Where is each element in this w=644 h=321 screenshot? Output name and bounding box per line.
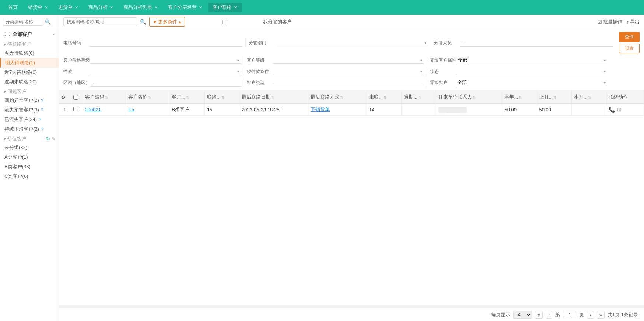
table-header-row: ⚙ 客户编码 ⇅ 客户名称 bbox=[59, 91, 644, 104]
sort-icon: ⇅ bbox=[384, 95, 386, 99]
filter-customer-level-select[interactable]: ▾ bbox=[273, 57, 424, 64]
search-icon[interactable]: 🔍 bbox=[45, 19, 51, 25]
col-this-year[interactable]: 本年... ⇅ bbox=[502, 91, 537, 104]
sidebar-item-today-pending[interactable]: 今天待联络(0) bbox=[0, 48, 59, 58]
qr-icon[interactable]: ⊞ bbox=[617, 107, 622, 113]
phone-icon[interactable]: 📞 bbox=[609, 107, 615, 113]
search-icon[interactable]: 🔍 bbox=[140, 19, 146, 25]
nav-product-analysis-list[interactable]: 商品分析列表 ✕ bbox=[119, 3, 162, 12]
export-button[interactable]: ↑ 导出 bbox=[627, 18, 640, 25]
close-icon[interactable]: ✕ bbox=[75, 5, 78, 10]
my-customers-checkbox-label[interactable]: 我分管的客户 bbox=[188, 18, 292, 25]
chevron-down-icon: ▾ bbox=[237, 69, 239, 73]
page-size-select[interactable]: 50 100 200 bbox=[513, 311, 532, 319]
more-conditions-button[interactable]: ▼ 更多条件 ▲ bbox=[149, 17, 185, 27]
chevron-down-icon: ▾ bbox=[420, 58, 422, 62]
col-last-contact-method[interactable]: 最后联络方式 ⇅ bbox=[308, 91, 367, 104]
filter-divider bbox=[244, 67, 244, 76]
col-no-contact-days[interactable]: 未联... ⇅ bbox=[367, 91, 402, 104]
chevron-down-icon: ▾ bbox=[420, 69, 422, 73]
nav-home[interactable]: 首页 bbox=[4, 3, 22, 12]
filter-nature-select[interactable]: ▾ bbox=[89, 68, 241, 75]
prev-page-button[interactable]: ‹ bbox=[546, 311, 552, 319]
filter-divider bbox=[427, 56, 427, 65]
col-customer-code[interactable]: 客户编码 ⇅ bbox=[83, 91, 126, 104]
col-customer-type[interactable]: 客户... ⇅ bbox=[169, 91, 204, 104]
last-page-button[interactable]: » bbox=[597, 311, 605, 319]
close-icon[interactable]: ✕ bbox=[199, 5, 202, 10]
refresh-icon[interactable]: ↻ bbox=[46, 136, 50, 142]
filter-price-level-select[interactable]: ▾ bbox=[90, 57, 241, 64]
filter-row-3: 性质 ▾ 收付款条件 ▾ 状态 ▾ bbox=[63, 67, 640, 76]
filter-region-select[interactable]: … bbox=[90, 79, 241, 87]
query-button[interactable]: 查询 bbox=[619, 32, 640, 42]
row-checkbox-cell[interactable] bbox=[71, 104, 83, 116]
col-this-month[interactable]: 本月... ⇅ bbox=[571, 91, 606, 104]
sidebar-item-churned[interactable]: 已流失客户(24) ? bbox=[0, 115, 59, 124]
close-icon[interactable]: ✕ bbox=[154, 5, 158, 10]
row-customer-name[interactable]: Ea bbox=[126, 104, 169, 116]
close-icon[interactable]: ✕ bbox=[45, 5, 48, 10]
col-last-contact-date[interactable]: 最后联络日期 ⇅ bbox=[239, 91, 308, 104]
sidebar-group-value: 价值客户 ↻ ✎ bbox=[0, 134, 59, 143]
main-layout: 🔍 ⋮⋮ 全部客户 « 待联络客户 今天待联络(0) 明天待联络(1) 近7天待… bbox=[0, 15, 644, 321]
set-button[interactable]: 设置 bbox=[619, 44, 640, 54]
chevron-down-icon: ▾ bbox=[604, 69, 606, 73]
col-checkbox[interactable] bbox=[71, 91, 83, 104]
batch-icon: ☑ bbox=[598, 19, 602, 25]
nav-purchase-order[interactable]: 进货单 ✕ bbox=[54, 3, 83, 12]
filter-phone-input[interactable] bbox=[89, 39, 242, 47]
nav-customer-contact[interactable]: 客户联络 ✕ bbox=[208, 3, 242, 12]
my-customers-checkbox[interactable] bbox=[188, 20, 262, 24]
row-checkbox[interactable] bbox=[73, 107, 78, 111]
sort-icon: ⇅ bbox=[473, 95, 476, 99]
sidebar-item-class-a[interactable]: A类客户(1) bbox=[0, 152, 59, 162]
select-all-checkbox[interactable] bbox=[73, 95, 78, 100]
col-overdue[interactable]: 逾期... ⇅ bbox=[402, 91, 436, 104]
chevron-down-icon: ▾ bbox=[424, 41, 426, 45]
filter-payment-select[interactable]: ▾ bbox=[273, 68, 424, 75]
page-number-input[interactable] bbox=[563, 311, 576, 318]
sidebar-item-class-c[interactable]: C类客户(6) bbox=[0, 172, 59, 181]
sidebar-item-tomorrow-pending[interactable]: 明天待联络(1) bbox=[0, 58, 59, 68]
col-contact-person[interactable]: 往来单位联系人 ⇅ bbox=[436, 91, 502, 104]
filter-scattered-attr-select[interactable]: 全部 ▾ bbox=[456, 56, 607, 65]
sidebar-item-ungrouped[interactable]: 未分组(32) bbox=[0, 143, 59, 152]
sidebar-item-7days-pending[interactable]: 近7天待联络(0) bbox=[0, 68, 59, 77]
first-page-button[interactable]: « bbox=[535, 311, 543, 319]
row-customer-code[interactable]: 000021 bbox=[83, 104, 126, 116]
filter-customer-type-select[interactable] bbox=[273, 82, 424, 84]
col-last-month[interactable]: 上月... ⇅ bbox=[537, 91, 571, 104]
content-area: 🔍 ▼ 更多条件 ▲ 我分管的客户 ☑ 批量操作 ↑ 导出 bbox=[59, 15, 644, 321]
sidebar-item-overdue-pending[interactable]: 逾期未联络(30) bbox=[0, 77, 59, 87]
search-input[interactable] bbox=[63, 17, 137, 26]
nav-product-analysis[interactable]: 商品分析 ✕ bbox=[84, 3, 118, 12]
filter-scattered-select[interactable]: 全部 ▾ bbox=[456, 78, 607, 87]
edit-icon[interactable]: ✎ bbox=[52, 136, 56, 142]
sidebar-item-declining[interactable]: 持续下滑客户(2) ? bbox=[0, 124, 59, 134]
row-last-contact-method[interactable]: 下销货单 bbox=[308, 104, 367, 116]
close-icon[interactable]: ✕ bbox=[110, 5, 113, 10]
col-contact-count[interactable]: 联络... ⇅ bbox=[204, 91, 239, 104]
row-this-year: 50.00 bbox=[502, 104, 537, 116]
nav-sales-order[interactable]: 销货单 ✕ bbox=[24, 3, 52, 12]
col-customer-name[interactable]: 客户名称 ⇅ bbox=[126, 91, 169, 104]
filter-dept-select[interactable]: ▾ bbox=[274, 39, 428, 46]
sidebar-search-input[interactable] bbox=[3, 18, 43, 26]
horizontal-scrollbar[interactable] bbox=[59, 305, 644, 308]
sidebar-item-churn-warning[interactable]: 流失预警客户(3) ? bbox=[0, 105, 59, 115]
sidebar-all-customers[interactable]: ⋮⋮ 全部客户 « bbox=[0, 29, 59, 39]
next-page-button[interactable]: › bbox=[587, 311, 594, 319]
filter-icon: ▼ bbox=[153, 19, 157, 25]
col-settings[interactable]: ⚙ bbox=[59, 91, 71, 104]
nav-customer-stratification[interactable]: 客户分层经营 ✕ bbox=[164, 3, 207, 12]
close-icon[interactable]: ✕ bbox=[234, 5, 237, 10]
filter-nature-field: 性质 ▾ bbox=[63, 68, 241, 75]
filter-manager-select[interactable]: … bbox=[460, 39, 613, 47]
filter-status-select[interactable]: ▾ bbox=[456, 68, 607, 75]
batch-operations-button[interactable]: ☑ 批量操作 bbox=[598, 18, 622, 25]
chevron-down-icon: ▾ bbox=[237, 58, 239, 62]
sidebar-item-class-b[interactable]: B类客户(33) bbox=[0, 162, 59, 172]
sort-icon: ⇅ bbox=[588, 95, 591, 99]
sidebar-item-abnormal-repurchase[interactable]: 回购异常客户(2) ? bbox=[0, 96, 59, 105]
